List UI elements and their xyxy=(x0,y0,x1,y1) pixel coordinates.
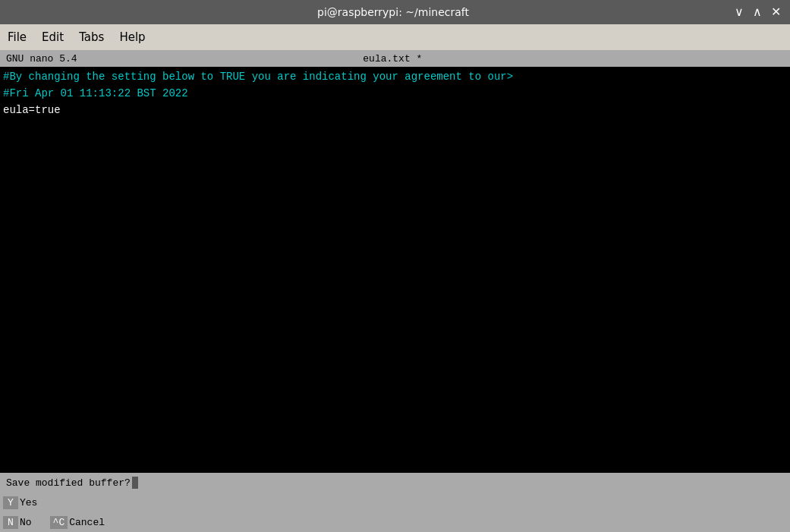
menu-bar: File Edit Tabs Help xyxy=(0,24,790,50)
save-dialog: Save modified buffer? xyxy=(0,473,790,493)
terminal-content[interactable]: #By changing the setting below to TRUE y… xyxy=(0,67,790,473)
title-bar: pi@raspberrypi: ~/minecraft ∨ ∧ ✕ xyxy=(0,0,790,24)
minimize-button[interactable]: ∨ xyxy=(733,6,745,18)
save-cursor-indicator xyxy=(132,477,138,489)
menu-file[interactable]: File xyxy=(5,29,30,46)
editor-line-1: #By changing the setting below to TRUE y… xyxy=(0,68,790,85)
nano-filename: eula.txt * xyxy=(363,53,422,65)
option-key-ctrl-c[interactable]: ^C xyxy=(50,516,68,529)
close-button[interactable]: ✕ xyxy=(770,6,782,18)
option-label-no: No xyxy=(20,517,32,528)
maximize-button[interactable]: ∧ xyxy=(751,6,763,18)
menu-edit[interactable]: Edit xyxy=(39,29,67,46)
menu-tabs[interactable]: Tabs xyxy=(76,29,107,46)
option-key-n[interactable]: N xyxy=(3,516,18,529)
title-bar-title: pi@raspberrypi: ~/minecraft xyxy=(53,6,733,18)
nano-version: GNU nano 5.4 xyxy=(6,53,77,65)
options-row-2: N No ^C Cancel xyxy=(0,512,790,532)
menu-help[interactable]: Help xyxy=(116,29,148,46)
option-label-cancel: Cancel xyxy=(69,517,105,528)
save-prompt: Save modified buffer? xyxy=(6,477,131,489)
options-bar: Y Yes N No ^C Cancel xyxy=(0,493,790,532)
title-bar-controls: ∨ ∧ ✕ xyxy=(733,6,782,18)
option-label-yes: Yes xyxy=(20,497,37,508)
options-row-1: Y Yes xyxy=(0,493,790,512)
editor-line-2: #Fri Apr 01 11:13:22 BST 2022 xyxy=(0,85,790,102)
option-key-y[interactable]: Y xyxy=(3,496,18,509)
nano-header: GNU nano 5.4 eula.txt * xyxy=(0,50,790,67)
editor-line-3: eula=true xyxy=(0,102,790,118)
